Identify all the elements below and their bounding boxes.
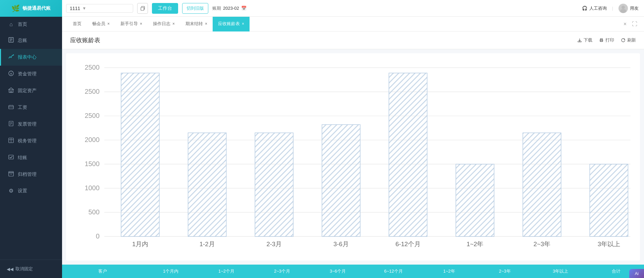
checkout-icon: [8, 154, 14, 161]
svg-point-1: [622, 6, 625, 9]
page-actions: 下载 打印: [577, 37, 636, 43]
fullscreen-tab-button[interactable]: ⛶: [631, 20, 639, 28]
ledger-icon: [8, 37, 14, 44]
tab-oplog[interactable]: 操作日志 ×: [148, 17, 180, 31]
svg-text:2500: 2500: [85, 88, 99, 95]
svg-rect-50: [188, 133, 226, 237]
tab-close-icon[interactable]: ×: [172, 22, 175, 26]
reports-icon: [8, 54, 14, 61]
tab-label: 首页: [73, 21, 82, 27]
svg-rect-25: [9, 171, 13, 173]
svg-text:2-3月: 2-3月: [266, 240, 282, 248]
chart-area: 2500 2500 2500 2000 1500 1000 500 0: [66, 53, 640, 261]
headset-icon: 🎧: [582, 6, 587, 11]
tab-close-icon[interactable]: ×: [242, 22, 244, 26]
sidebar-item-label: 工资: [18, 105, 27, 111]
sidebar-item-archive[interactable]: 归档管理: [0, 166, 62, 183]
period-label: 账期: [212, 5, 221, 11]
tab-label: 新手引导: [120, 21, 138, 27]
refresh-label: 刷新: [627, 37, 636, 43]
download-button[interactable]: 下载: [577, 37, 592, 43]
table-col-1-2m: 1~2个月: [199, 268, 254, 274]
sidebar-item-home[interactable]: ⌂ 首页: [0, 17, 62, 32]
refresh-icon: [621, 38, 626, 43]
tab-label: 应收账龄表: [218, 21, 240, 27]
download-label: 下载: [584, 37, 592, 43]
svg-text:0: 0: [96, 232, 100, 240]
tab-close-icon[interactable]: ×: [140, 22, 142, 26]
svg-text:2500: 2500: [85, 64, 99, 71]
archive-icon: [8, 171, 14, 178]
tab-label: 畅会员: [92, 21, 105, 27]
sidebar-item-label: 总账: [18, 38, 27, 44]
svg-rect-12: [9, 106, 13, 109]
tax-icon: [8, 137, 14, 145]
svg-rect-54: [322, 125, 360, 236]
svg-rect-48: [121, 73, 159, 236]
tab-member[interactable]: 畅会员 ×: [87, 17, 115, 31]
period-value: 2023-02: [223, 6, 239, 11]
sidebar: ⌂ 首页 总账 报表中心: [0, 17, 62, 278]
sidebar-item-settings[interactable]: ⚙ 设置: [0, 183, 62, 199]
consult-area[interactable]: 🎧 人工咨询: [582, 5, 607, 11]
print-label: 打印: [605, 37, 614, 43]
svg-rect-52: [255, 133, 293, 237]
calendar-icon[interactable]: 📅: [241, 6, 247, 11]
sidebar-item-invoice[interactable]: 发票管理: [0, 116, 62, 133]
table-col-customer: 客户: [62, 268, 143, 274]
top-header: 🌿 畅捷通易代账 1111 ▼ 工作台 切到旧版 账期 2023-02 📅 🎧 …: [0, 0, 644, 17]
switch-version-button[interactable]: 切到旧版: [182, 3, 208, 14]
ai-badge[interactable]: Ai: [629, 269, 644, 278]
tab-label: 操作日志: [153, 21, 170, 27]
svg-text:3年以上: 3年以上: [598, 240, 620, 248]
bar-chart: 2500 2500 2500 2000 1500 1000 500 0: [66, 53, 640, 261]
table-col-1m: 1个月内: [143, 268, 199, 274]
table-col-3-6m: 3~6个月: [310, 268, 366, 274]
tabs-actions: × ⛶: [622, 20, 639, 28]
logo-icon: 🌿: [11, 4, 20, 12]
page-content: 应收账龄表 下载: [62, 31, 644, 278]
sidebar-item-salary[interactable]: 工资: [0, 99, 62, 116]
svg-rect-60: [523, 133, 561, 237]
svg-text:¥: ¥: [10, 72, 12, 75]
svg-rect-11: [10, 91, 12, 92]
print-button[interactable]: 打印: [599, 37, 614, 43]
svg-text:1~2年: 1~2年: [467, 240, 483, 248]
sidebar-item-tax[interactable]: 税务管理: [0, 133, 62, 149]
salary-icon: [8, 104, 14, 111]
workbench-button[interactable]: 工作台: [152, 3, 178, 14]
tab-home[interactable]: 首页: [67, 17, 87, 31]
close-tab-button[interactable]: ×: [622, 20, 628, 28]
svg-text:500: 500: [89, 208, 100, 216]
tab-close-icon[interactable]: ×: [205, 22, 207, 26]
refresh-button[interactable]: 刷新: [621, 37, 636, 43]
header-divider: |: [612, 6, 613, 11]
settings-icon: ⚙: [8, 188, 14, 194]
tab-ar-aging[interactable]: 应收账龄表 ×: [213, 17, 250, 31]
sidebar-item-checkout[interactable]: 结账: [0, 149, 62, 166]
home-icon: ⌂: [8, 21, 14, 27]
svg-text:1000: 1000: [85, 184, 99, 192]
svg-text:1-2月: 1-2月: [200, 240, 215, 248]
svg-rect-58: [456, 164, 494, 236]
svg-text:6-12个月: 6-12个月: [395, 240, 421, 248]
tab-close-icon[interactable]: ×: [107, 22, 110, 26]
sidebar-item-reports[interactable]: 报表中心: [0, 49, 62, 66]
print-icon: [599, 38, 604, 43]
company-selector[interactable]: 1111 ▼: [66, 4, 133, 13]
cancel-fixed-button[interactable]: ◀◀ 取消固定: [7, 263, 55, 275]
copy-button[interactable]: [137, 3, 148, 14]
svg-text:1500: 1500: [85, 160, 99, 167]
content-area: 首页 畅会员 × 新手引导 × 操作日志 × 期末结转 × 应收账龄表 ×: [62, 17, 644, 278]
svg-text:2~3年: 2~3年: [534, 240, 550, 248]
tab-period-end[interactable]: 期末结转 ×: [180, 17, 213, 31]
pin-icon: ◀◀: [7, 267, 13, 272]
logo-area: 🌿 畅捷通易代账: [0, 0, 62, 17]
user-area[interactable]: 用友: [619, 4, 639, 13]
sidebar-item-ledger[interactable]: 总账: [0, 32, 62, 49]
sidebar-item-label: 结账: [18, 155, 27, 161]
tab-guide[interactable]: 新手引导 ×: [115, 17, 148, 31]
sidebar-item-assets[interactable]: 固定资产: [0, 82, 62, 99]
svg-text:1月内: 1月内: [132, 240, 148, 248]
sidebar-item-funds[interactable]: ¥ 资金管理: [0, 66, 62, 82]
